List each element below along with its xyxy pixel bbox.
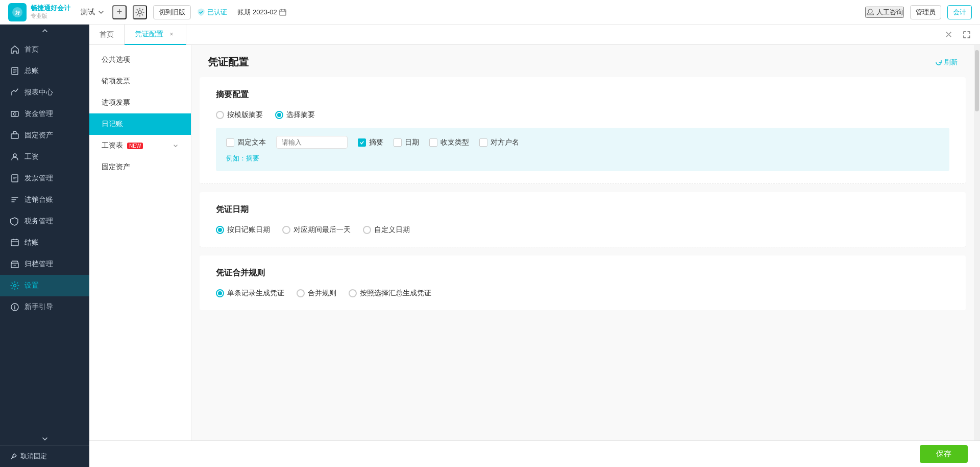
switch-old-btn[interactable]: 切到旧版	[153, 5, 191, 19]
radio-merge-rule[interactable]: 合并规则	[297, 289, 336, 298]
checkbox-counterpart[interactable]: 对方户名	[479, 138, 519, 147]
left-nav-journal-label: 日记账	[102, 120, 123, 129]
calendar-icon[interactable]	[279, 9, 286, 16]
radio-select-circle	[275, 111, 283, 119]
merge-title: 凭证合并规则	[216, 268, 949, 278]
svg-point-13	[14, 285, 16, 287]
left-nav-journal[interactable]: 日记账	[89, 113, 191, 135]
chart-icon	[10, 88, 19, 97]
refresh-btn[interactable]: 刷新	[935, 58, 958, 67]
summary-radio-group: 按模版摘要 选择摘要	[216, 110, 949, 120]
sidebar-item-payroll[interactable]: 工资	[0, 146, 89, 168]
svg-text:好: 好	[15, 10, 20, 15]
right-scrollbar[interactable]	[974, 45, 980, 440]
left-nav-payroll-table[interactable]: 工资表 NEW	[89, 135, 191, 156]
radio-last-day[interactable]: 对应期间最后一天	[282, 225, 351, 235]
sidebar-item-archive[interactable]: 归档管理	[0, 253, 89, 275]
sidebar-item-settings[interactable]: 设置	[0, 275, 89, 296]
accountant-btn[interactable]: 会计	[947, 5, 972, 19]
money-icon	[10, 109, 19, 119]
close-panel-btn[interactable]: ✕	[941, 28, 955, 42]
period-info: 账期 2023-02	[237, 8, 286, 17]
book-icon	[10, 66, 19, 76]
radio-journal-date[interactable]: 按日记账日期	[216, 225, 270, 235]
sidebar-item-tax[interactable]: 税务管理	[0, 211, 89, 232]
sidebar-scroll-up[interactable]	[0, 25, 89, 37]
save-button[interactable]: 保存	[920, 445, 968, 463]
sidebar-item-asset[interactable]: 固定资产	[0, 125, 89, 146]
trade-icon	[10, 195, 19, 204]
radio-select-summary-label: 按照选择汇总生成凭证	[360, 289, 431, 298]
sidebar-item-capital[interactable]: 资金管理	[0, 103, 89, 125]
tab-home[interactable]: 首页	[89, 25, 125, 45]
svg-point-2	[138, 11, 141, 14]
guide-icon	[10, 302, 19, 312]
tax-icon	[10, 217, 19, 226]
asset-icon	[10, 131, 19, 140]
project-name: 测试	[81, 8, 95, 17]
sidebar-nav: 首页 总账 报表中心	[0, 37, 89, 433]
project-selector[interactable]: 测试	[81, 8, 104, 17]
left-nav-purchase-invoice[interactable]: 进项发票	[89, 92, 191, 113]
sidebar-item-report[interactable]: 报表中心	[0, 82, 89, 103]
radio-journal-label: 按日记账日期	[227, 225, 270, 235]
sidebar-item-close[interactable]: 结账	[0, 232, 89, 253]
summary-title: 摘要配置	[216, 89, 949, 100]
sidebar-item-trade[interactable]: 进销台账	[0, 189, 89, 211]
left-nav-public[interactable]: 公共选项	[89, 49, 191, 71]
sidebar-item-guide[interactable]: 新手引导	[0, 296, 89, 318]
top-bar: 好 畅捷通好会计 专业版 测试 + 切到旧版	[0, 0, 980, 25]
svg-point-4	[868, 9, 872, 13]
dropdown-icon	[98, 9, 104, 15]
svg-point-7	[14, 113, 16, 115]
sidebar-cancel-fixed[interactable]: 取消固定	[0, 445, 89, 467]
verified-badge: 已认证	[197, 8, 227, 17]
payment-type-label: 收支类型	[440, 138, 469, 147]
radio-template-summary[interactable]: 按模版摘要	[216, 110, 263, 120]
sidebar: 首页 总账 报表中心	[0, 25, 89, 467]
sidebar-label-close: 结账	[24, 238, 39, 247]
scroll-thumb[interactable]	[975, 50, 979, 111]
left-nav-purchase-label: 进项发票	[102, 98, 130, 107]
radio-custom-date[interactable]: 自定义日期	[363, 225, 410, 235]
sidebar-label-home: 首页	[24, 45, 39, 54]
content-area: 首页 凭证配置 × ✕	[89, 25, 980, 467]
radio-last-day-circle	[282, 226, 290, 234]
sidebar-label-settings: 设置	[24, 281, 39, 290]
tab-voucher-config[interactable]: 凭证配置 ×	[125, 25, 186, 45]
expand-btn[interactable]	[960, 28, 974, 42]
shield-icon	[197, 8, 205, 16]
radio-select-summary-circle	[349, 289, 357, 297]
sidebar-label-report: 报表中心	[24, 88, 53, 97]
sidebar-item-invoice[interactable]: 发票管理	[0, 168, 89, 189]
logo: 好 畅捷通好会计 专业版	[8, 3, 70, 21]
tab-close-btn[interactable]: ×	[167, 30, 176, 38]
fixed-text-input[interactable]	[276, 136, 348, 149]
radio-select-summary-merge[interactable]: 按照选择汇总生成凭证	[349, 289, 431, 298]
settings-button[interactable]	[133, 5, 147, 19]
sidebar-item-ledger[interactable]: 总账	[0, 60, 89, 82]
manager-btn[interactable]: 管理员	[910, 5, 941, 19]
radio-merge-label: 合并规则	[308, 289, 336, 298]
left-nav-fixed-assets[interactable]: 固定资产	[89, 156, 191, 178]
checkbox-date-box	[394, 138, 402, 147]
sidebar-item-home[interactable]: 首页	[0, 39, 89, 60]
pin-icon	[10, 453, 17, 460]
checkbox-fixed-text[interactable]: 固定文本	[226, 138, 266, 147]
svg-rect-8	[11, 134, 18, 138]
checkbox-date[interactable]: 日期	[394, 138, 419, 147]
svg-rect-3	[280, 10, 286, 15]
tab-home-label: 首页	[100, 30, 114, 39]
sidebar-scroll-down[interactable]	[0, 433, 89, 445]
sidebar-label-capital: 资金管理	[24, 109, 53, 119]
add-button[interactable]: +	[112, 5, 127, 19]
checkbox-payment-type[interactable]: 收支类型	[429, 138, 469, 147]
radio-select-label: 选择摘要	[286, 110, 315, 120]
example-value: 摘要	[246, 154, 259, 162]
consult-btn[interactable]: 人工咨询	[865, 7, 904, 18]
radio-single-label: 单条记录生成凭证	[227, 289, 284, 298]
checkbox-summary[interactable]: 摘要	[358, 138, 383, 147]
left-nav-sales-invoice[interactable]: 销项发票	[89, 71, 191, 92]
radio-single[interactable]: 单条记录生成凭证	[216, 289, 284, 298]
radio-select-summary[interactable]: 选择摘要	[275, 110, 315, 120]
